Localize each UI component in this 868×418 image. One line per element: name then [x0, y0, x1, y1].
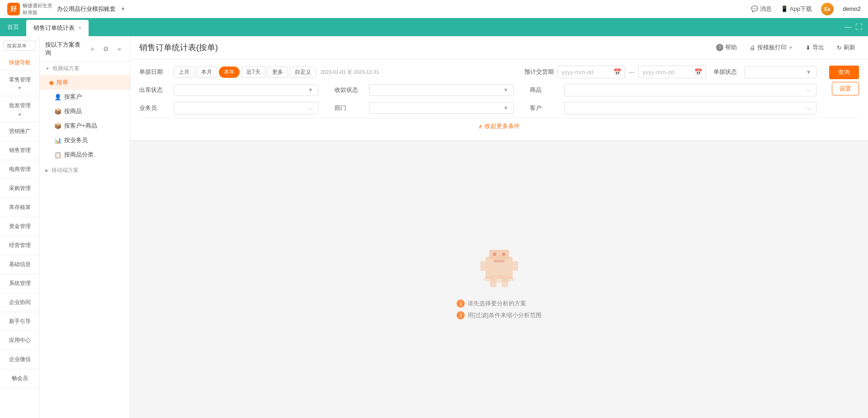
- outbound-arrow: ▼: [308, 87, 313, 93]
- tab-sales-order-stats[interactable]: 销售订单统计表 ×: [26, 20, 89, 36]
- query-btn[interactable]: 查询: [829, 66, 859, 79]
- this-month-btn[interactable]: 本月: [196, 66, 217, 78]
- app-download-action[interactable]: 📱 App下载: [781, 5, 812, 13]
- tree-node-by-order[interactable]: ◉ 按单: [40, 75, 130, 90]
- empty-state: 1 请先选择要分析的方案 2 用[过滤]条件来缩小分析范围: [130, 141, 868, 418]
- by-customer-product-icon: 📦: [54, 123, 61, 129]
- date-separator: —: [629, 69, 635, 76]
- sidebar-item-system[interactable]: 系统管理: [0, 274, 39, 293]
- panel-add-btn[interactable]: +: [87, 44, 97, 54]
- order-status-arrow: ▼: [806, 69, 811, 76]
- breadcrumb-arrow[interactable]: ▼: [120, 6, 126, 12]
- panel-collapse-btn[interactable]: «: [114, 44, 124, 54]
- page-actions: ? 帮助 🖨 按模板打印 ▼ ⬇ 导出 ↻: [712, 42, 859, 53]
- by-customer-icon: 👤: [54, 94, 61, 100]
- empty-hints: 1 请先选择要分析的方案 2 用[过滤]条件来缩小分析范围: [457, 299, 541, 323]
- svg-point-4: [502, 252, 505, 256]
- payment-status-select[interactable]: ▼: [369, 84, 514, 96]
- department-select[interactable]: ▼: [369, 102, 514, 114]
- cal-to-icon: 📅: [694, 68, 702, 76]
- help-btn[interactable]: ? 帮助: [712, 42, 741, 53]
- retail-arrow: ▼: [18, 86, 22, 90]
- btn-group-right: 查询 设置: [829, 66, 859, 95]
- sidebar-item-enterprise-wechat[interactable]: 企业微信: [0, 350, 39, 369]
- panel-settings-btn[interactable]: ⚙: [101, 44, 111, 54]
- sidebar-item-ecommerce[interactable]: 电商管理: [0, 160, 39, 179]
- tree-node-by-product-category[interactable]: 📋 按商品分类: [40, 147, 130, 162]
- help-icon: ?: [716, 44, 723, 51]
- tree-section-mobile[interactable]: ▶ 移动端方案: [40, 164, 130, 177]
- sidebar-item-base[interactable]: 基础信息: [0, 255, 39, 274]
- expected-date-from[interactable]: yyyy-mm-dd 📅: [557, 66, 625, 78]
- sidebar-item-sales[interactable]: 销售管理: [0, 141, 39, 160]
- export-icon: ⬇: [806, 44, 811, 51]
- svg-rect-6: [480, 261, 486, 271]
- customer-label: 客户: [530, 104, 557, 112]
- customer-dots: ···: [806, 104, 811, 112]
- customer-input[interactable]: ···: [564, 102, 816, 114]
- refresh-icon: ↻: [837, 44, 842, 51]
- this-year-btn[interactable]: 本年: [219, 66, 240, 78]
- custom-btn[interactable]: 自定义: [290, 66, 316, 78]
- tree-node-by-customer-product[interactable]: 📦 按客户+商品: [40, 119, 130, 133]
- search-input[interactable]: [4, 41, 36, 51]
- empty-hint-2: 2 用[过滤]条件来缩小分析范围: [457, 311, 541, 319]
- order-status-select[interactable]: ▼: [744, 66, 816, 78]
- filter-row-extra: 业务员 ··· 部门 ▼ 客户: [139, 102, 816, 114]
- tree-node-by-customer[interactable]: 👤 按客户: [40, 90, 130, 104]
- tab-maximize-btn[interactable]: ⛶: [855, 23, 863, 31]
- export-btn[interactable]: ⬇ 导出: [802, 42, 828, 53]
- right-main: 销售订单统计表(按单) ? 帮助 🖨 按模板打印 ▼ ⬇: [130, 36, 868, 418]
- filter-row-status: 出库状态 ▼ 收款状态 ▼ 商品: [139, 84, 816, 96]
- product-input[interactable]: ···: [564, 84, 816, 96]
- tab-home[interactable]: 首页: [0, 18, 26, 36]
- user-name[interactable]: demo2: [843, 5, 861, 12]
- page-title: 销售订单统计表(按单): [139, 42, 218, 53]
- user-avatar[interactable]: Ea: [821, 3, 834, 15]
- tree-section-mobile-arrow: ▶: [45, 168, 49, 173]
- template-print-btn[interactable]: 🖨 按模板打印 ▼: [746, 42, 797, 53]
- message-action[interactable]: 💬 消息: [751, 5, 772, 13]
- sidebar-item-inventory[interactable]: 库存核算: [0, 198, 39, 217]
- logo-area: 好 畅捷通好生意 标准版: [7, 2, 52, 15]
- breadcrumb-title[interactable]: 办公用品行业模拟账套: [57, 5, 116, 13]
- outbound-status-select[interactable]: ▼: [174, 84, 318, 96]
- content-area: 按以下方案查询 + ⚙ « ▼ 电脑端方案 ◉ 按单 👤 按客户: [40, 36, 868, 418]
- prev-month-btn[interactable]: 上月: [174, 66, 194, 78]
- last-7-btn[interactable]: 近7天: [241, 66, 265, 78]
- sidebar-item-marketing[interactable]: 营销推广: [0, 122, 39, 141]
- more-btn[interactable]: 更多: [267, 66, 288, 78]
- top-header: 好 畅捷通好生意 标准版 办公用品行业模拟账套 ▼ 💬 消息 📱 App下载 E…: [0, 0, 868, 18]
- sidebar-item-purchase[interactable]: 采购管理: [0, 179, 39, 198]
- tree-section-pc[interactable]: ▼ 电脑端方案: [40, 62, 130, 75]
- tree-node-by-product[interactable]: 📦 按商品: [40, 104, 130, 119]
- salesperson-input[interactable]: ···: [174, 102, 318, 114]
- sidebar-item-wholesale[interactable]: 批发管理 ▲: [0, 96, 39, 122]
- filter-area: 单据日期 上月 本月 本年 近7天 更多 自定义 2023-01-01 至 20…: [130, 59, 868, 141]
- tree-node-by-salesperson[interactable]: 📊 按业务员: [40, 133, 130, 147]
- collapse-arrow-icon: ∧: [478, 123, 483, 130]
- date-range-text: 2023-01-01 至 2023-12-31: [321, 69, 379, 76]
- salesperson-label: 业务员: [139, 104, 166, 112]
- sidebar-item-membership[interactable]: 畅会员: [0, 369, 39, 388]
- sidebar-item-app-center[interactable]: 应用中心: [0, 331, 39, 350]
- collapse-btn[interactable]: ∧ 收起更多条件: [139, 118, 859, 134]
- quick-nav[interactable]: 快捷导航: [0, 55, 39, 71]
- page-content: 按以下方案查询 + ⚙ « ▼ 电脑端方案 ◉ 按单 👤 按客户: [40, 36, 868, 418]
- setting-btn[interactable]: 设置: [832, 82, 859, 95]
- search-menu: [0, 36, 39, 55]
- app-download-icon: 📱: [781, 5, 788, 12]
- sidebar-item-enterprise[interactable]: 企业协同: [0, 293, 39, 312]
- expected-date-to[interactable]: yyyy-mm-dd 📅: [638, 66, 706, 78]
- department-arrow: ▼: [503, 105, 509, 111]
- tab-close-icon[interactable]: ×: [78, 25, 81, 31]
- tab-bar: 首页 销售订单统计表 × — ⛶: [0, 18, 868, 36]
- svg-rect-7: [513, 261, 518, 271]
- sidebar-item-finance[interactable]: 资金管理: [0, 217, 39, 236]
- tab-minimize-btn[interactable]: —: [844, 23, 852, 31]
- sidebar-item-newbie[interactable]: 新手引导: [0, 312, 39, 331]
- payment-status-label: 收款状态: [335, 86, 362, 94]
- refresh-btn[interactable]: ↻ 刷新: [833, 42, 859, 53]
- sidebar-item-retail[interactable]: 零售管理 ▼: [0, 71, 39, 96]
- sidebar-item-operations[interactable]: 经营管理: [0, 236, 39, 255]
